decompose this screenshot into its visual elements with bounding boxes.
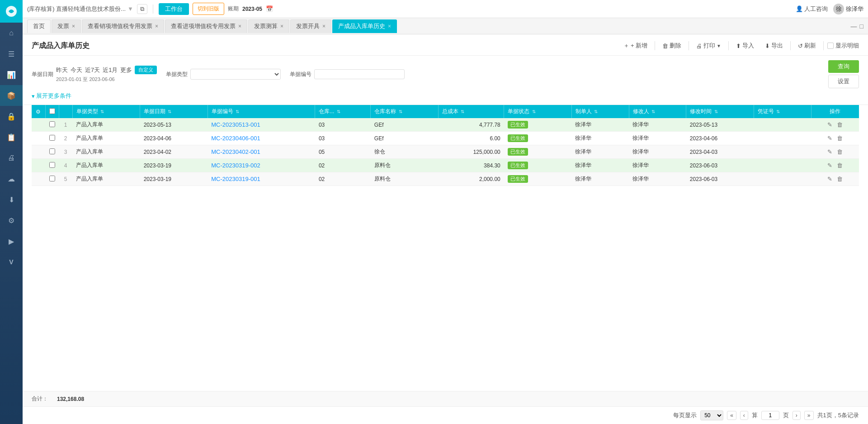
- sidebar-item-cloud[interactable]: ☁: [0, 168, 23, 189]
- row-delete-button[interactable]: 🗑: [835, 121, 844, 128]
- checkbox-col-header[interactable]: [45, 105, 59, 118]
- print-button[interactable]: 🖨 打印 ▼: [693, 40, 725, 52]
- tab-invoice[interactable]: 发票 ×: [52, 19, 81, 33]
- sidebar-item-stamp[interactable]: 🖨: [0, 148, 23, 168]
- settings-col-header[interactable]: ⚙: [32, 105, 45, 118]
- sidebar-item-play[interactable]: ▶: [0, 231, 23, 252]
- date-col-header[interactable]: 单据日期 ⇅: [140, 105, 208, 118]
- row-edit-button[interactable]: ✎: [826, 121, 834, 128]
- row-doc-number[interactable]: MC-20230406-001: [208, 132, 315, 145]
- row-doc-number[interactable]: MC-20230402-001: [208, 145, 315, 159]
- tab-check-sales-vat[interactable]: 查看销项增值税专用发票 ×: [82, 19, 164, 33]
- show-detail-checkbox[interactable]: [827, 43, 834, 49]
- new-button[interactable]: ＋ + 新增: [620, 40, 651, 52]
- chevron-down-icon[interactable]: ▼: [127, 5, 133, 12]
- prev-page-button[interactable]: ‹: [740, 411, 748, 420]
- last-page-button[interactable]: »: [804, 411, 814, 420]
- user-menu[interactable]: 徐 徐泽华: [833, 4, 863, 14]
- sidebar-item-lock[interactable]: 🔒: [0, 106, 23, 127]
- sidebar-item-download[interactable]: ⬇: [0, 189, 23, 210]
- select-all-checkbox[interactable]: [49, 108, 55, 114]
- row-checkbox[interactable]: [49, 162, 55, 168]
- modify-time-col-header[interactable]: 修改时间 ⇅: [686, 105, 754, 118]
- row-delete-button[interactable]: 🗑: [835, 135, 844, 142]
- row-checkbox-cell[interactable]: [45, 132, 59, 145]
- sidebar-item-home[interactable]: ⌂: [0, 23, 23, 43]
- doc-number-link[interactable]: MC-20230319-001: [211, 176, 260, 182]
- sidebar-item-report[interactable]: 📋: [0, 127, 23, 148]
- doc-number-link[interactable]: MC-20230406-001: [211, 135, 260, 142]
- warehouse-code-col-header[interactable]: 仓库... ⇅: [315, 105, 371, 118]
- row-checkbox-cell[interactable]: [45, 172, 59, 186]
- app-logo[interactable]: [0, 0, 23, 23]
- voucher-col-header[interactable]: 凭证号 ⇅: [754, 105, 811, 118]
- row-checkbox[interactable]: [49, 135, 55, 141]
- doc-number-link[interactable]: MC-20230513-001: [211, 121, 260, 128]
- row-delete-button[interactable]: 🗑: [835, 148, 844, 155]
- help-button[interactable]: 👤 人工咨询: [796, 5, 828, 13]
- sidebar-item-doc[interactable]: ☰: [0, 43, 23, 64]
- number-input[interactable]: [314, 69, 405, 79]
- switch-old-button[interactable]: 切到旧版: [193, 3, 224, 15]
- tab-minimize-button[interactable]: —: [851, 23, 857, 30]
- row-checkbox-cell[interactable]: [45, 118, 59, 132]
- sidebar-item-inventory[interactable]: 📦: [0, 85, 23, 106]
- tab-home[interactable]: 首页: [27, 19, 51, 33]
- sidebar-item-chart[interactable]: 📊: [0, 64, 23, 85]
- tab-product-history-close[interactable]: ×: [388, 23, 391, 29]
- row-edit-button[interactable]: ✎: [826, 135, 834, 142]
- row-checkbox[interactable]: [49, 176, 55, 181]
- show-detail-toggle[interactable]: 显示明细: [827, 42, 859, 50]
- tab-purchase-vat-close[interactable]: ×: [238, 23, 241, 29]
- type-select[interactable]: [190, 69, 281, 80]
- date-today[interactable]: 今天: [71, 66, 82, 74]
- number-col-header[interactable]: 单据编号 ⇅: [208, 105, 315, 118]
- date-yesterday[interactable]: 昨天: [56, 66, 68, 74]
- tab-invoice-calc[interactable]: 发票测算 ×: [248, 19, 289, 33]
- sidebar-item-v[interactable]: V: [0, 252, 23, 272]
- tab-check-purchase-vat[interactable]: 查看进项增值税专用发票 ×: [165, 19, 247, 33]
- type-col-header[interactable]: 单据类型 ⇅: [72, 105, 140, 118]
- row-edit-button[interactable]: ✎: [826, 148, 834, 155]
- expand-conditions-button[interactable]: ▾ 展开更多条件: [32, 92, 71, 100]
- sidebar-item-gear2[interactable]: ⚙: [0, 210, 23, 231]
- modifier-col-header[interactable]: 修改人 ⇅: [629, 105, 686, 118]
- import-button[interactable]: ⬆ 导入: [732, 40, 758, 52]
- row-delete-button[interactable]: 🗑: [835, 176, 844, 182]
- date-more[interactable]: 更多: [120, 66, 132, 74]
- row-checkbox[interactable]: [49, 148, 55, 154]
- doc-number-link[interactable]: MC-20230319-002: [211, 162, 260, 169]
- tab-invoice-open-close[interactable]: ×: [322, 23, 326, 29]
- row-checkbox-cell[interactable]: [45, 159, 59, 172]
- calendar-icon[interactable]: 📅: [266, 5, 273, 12]
- workbench-button[interactable]: 工作台: [159, 3, 189, 15]
- page-input[interactable]: [761, 411, 779, 420]
- date-custom-button[interactable]: 自定义: [135, 66, 157, 74]
- tab-invoice-open[interactable]: 发票开具 ×: [290, 19, 331, 33]
- first-page-button[interactable]: «: [727, 411, 736, 420]
- row-checkbox[interactable]: [49, 121, 55, 127]
- row-doc-number[interactable]: MC-20230513-001: [208, 118, 315, 132]
- copy-button[interactable]: ⧉: [137, 4, 147, 14]
- row-edit-button[interactable]: ✎: [826, 162, 834, 169]
- date-7days[interactable]: 近7天: [85, 66, 100, 74]
- refresh-button[interactable]: ↺ 刷新: [794, 40, 820, 52]
- tab-invoice-close[interactable]: ×: [72, 23, 75, 29]
- tab-sales-vat-close[interactable]: ×: [155, 23, 158, 29]
- creator-col-header[interactable]: 制单人 ⇅: [571, 105, 629, 118]
- export-button[interactable]: ⬇ 导出: [761, 40, 787, 52]
- set-button[interactable]: 设置: [828, 75, 859, 88]
- query-button[interactable]: 查询: [828, 60, 859, 73]
- row-checkbox-cell[interactable]: [45, 145, 59, 159]
- row-delete-button[interactable]: 🗑: [835, 162, 844, 169]
- next-page-button[interactable]: ›: [793, 411, 801, 420]
- row-doc-number[interactable]: MC-20230319-001: [208, 172, 315, 186]
- tab-maximize-button[interactable]: □: [860, 23, 863, 30]
- row-edit-button[interactable]: ✎: [826, 176, 834, 182]
- status-col-header[interactable]: 单据状态 ⇅: [504, 105, 572, 118]
- row-doc-number[interactable]: MC-20230319-002: [208, 159, 315, 172]
- warehouse-name-col-header[interactable]: 仓库名称 ⇅: [371, 105, 439, 118]
- tab-invoice-calc-close[interactable]: ×: [280, 23, 283, 29]
- total-cost-col-header[interactable]: 总成本 ⇅: [438, 105, 504, 118]
- tab-product-history[interactable]: 产成品入库单历史 ×: [332, 19, 397, 33]
